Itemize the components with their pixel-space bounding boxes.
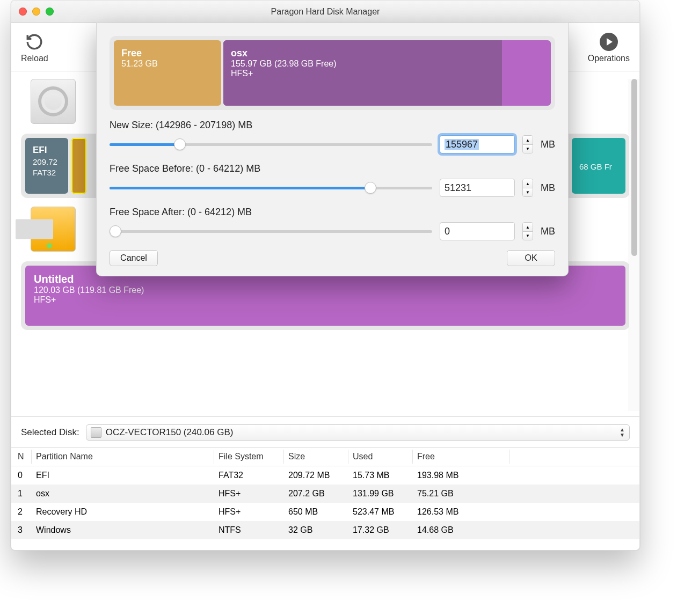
titlebar: Paragon Hard Disk Manager: [11, 1, 639, 23]
updown-icon: ▲▼: [620, 427, 625, 438]
new-size-label: New Size: (142986 - 207198) MB: [110, 120, 555, 131]
partition-right[interactable]: 68 GB Fr: [572, 138, 625, 194]
before-label: Free Space Before: (0 - 64212) MB: [110, 163, 555, 174]
before-input[interactable]: 51231: [440, 179, 515, 197]
untitled-fs: HFS+: [34, 295, 617, 305]
table-row[interactable]: 2 Recovery HD HFS+ 650 MB 523.47 MB 126.…: [11, 503, 639, 521]
new-size-slider[interactable]: [110, 139, 432, 150]
col-name[interactable]: Partition Name: [32, 450, 214, 464]
col-fs[interactable]: File System: [214, 450, 284, 464]
after-stepper[interactable]: ▲▼: [522, 222, 533, 240]
new-size-row: New Size: (142986 - 207198) MB 155967 ▲▼…: [110, 120, 555, 153]
chevron-down-icon[interactable]: ▼: [523, 144, 533, 153]
new-size-input[interactable]: 155967: [440, 135, 515, 153]
resize-sheet: Free 51.23 GB osx 155.97 GB (23.98 GB Fr…: [96, 23, 569, 276]
col-free[interactable]: Free: [413, 450, 509, 464]
after-row: Free Space After: (0 - 64212) MB 0 ▲▼ MB: [110, 207, 555, 240]
ok-button[interactable]: OK: [507, 250, 555, 266]
external-drive-icon: [31, 207, 76, 252]
after-label: Free Space After: (0 - 64212) MB: [110, 207, 555, 218]
before-row: Free Space Before: (0 - 64212) MB 51231 …: [110, 163, 555, 197]
selected-disk-row: Selected Disk: OCZ-VECTOR150 (240.06 GB)…: [11, 421, 639, 447]
table-header: N Partition Name File System Size Used F…: [11, 447, 639, 466]
app-window: Paragon Hard Disk Manager Reload Operati…: [11, 0, 640, 551]
sheet-partition-map[interactable]: Free 51.23 GB osx 155.97 GB (23.98 GB Fr…: [110, 36, 555, 110]
col-size[interactable]: Size: [284, 450, 348, 464]
close-icon[interactable]: [19, 8, 27, 16]
new-size-stepper[interactable]: ▲▼: [522, 135, 533, 153]
before-stepper[interactable]: ▲▼: [522, 179, 533, 197]
cancel-button[interactable]: Cancel: [110, 250, 158, 266]
efi-fs: FAT32: [33, 167, 61, 178]
table-row[interactable]: 0 EFI FAT32 209.72 MB 15.73 MB 193.98 MB: [11, 466, 639, 485]
operations-label: Operations: [588, 54, 630, 63]
play-icon: [598, 31, 620, 53]
chevron-up-icon[interactable]: ▲: [523, 136, 533, 144]
table-row[interactable]: 1 osx HFS+ 207.2 GB 131.99 GB 75.21 GB: [11, 485, 639, 503]
chevron-down-icon[interactable]: ▼: [523, 231, 533, 240]
selected-disk-value: OCZ-VECTOR150 (240.06 GB): [106, 427, 234, 438]
table-row[interactable]: 3 Windows NTFS 32 GB 17.32 GB 14.68 GB: [11, 521, 639, 539]
unit-label: MB: [541, 139, 555, 150]
partition-small-free[interactable]: [71, 138, 86, 194]
sheet-osx-label: osx: [231, 48, 543, 59]
selected-disk-dropdown[interactable]: OCZ-VECTOR150 (240.06 GB) ▲▼: [86, 424, 630, 441]
efi-name: EFI: [33, 144, 61, 157]
sheet-buttons: Cancel OK: [110, 250, 555, 266]
hdd-mini-icon: [91, 427, 101, 438]
after-slider[interactable]: [110, 226, 432, 237]
reload-button[interactable]: Reload: [21, 31, 48, 63]
sheet-osx-block[interactable]: osx 155.97 GB (23.98 GB Free) HFS+: [223, 40, 551, 106]
sheet-free-block[interactable]: Free 51.23 GB: [114, 40, 221, 106]
sheet-free-size: 51.23 GB: [121, 59, 214, 69]
chevron-up-icon[interactable]: ▲: [523, 223, 533, 231]
col-n[interactable]: N: [13, 450, 32, 464]
efi-size: 209.72: [33, 157, 61, 167]
col-used[interactable]: Used: [348, 450, 413, 464]
chevron-down-icon[interactable]: ▼: [523, 188, 533, 196]
scrollbar[interactable]: [629, 79, 639, 411]
hdd-icon: [31, 79, 76, 124]
window-controls: [19, 8, 54, 16]
window-title: Paragon Hard Disk Manager: [11, 7, 639, 17]
partition-efi[interactable]: EFI 209.72 FAT32: [25, 138, 68, 194]
sheet-free-label: Free: [121, 48, 214, 59]
untitled-detail: 120.03 GB (119.81 GB Free): [34, 285, 617, 295]
partition-table: N Partition Name File System Size Used F…: [11, 447, 639, 550]
operations-button[interactable]: Operations: [588, 31, 630, 63]
selected-disk-label: Selected Disk:: [21, 427, 79, 438]
reload-icon: [24, 31, 45, 53]
after-input[interactable]: 0: [440, 222, 515, 240]
before-slider[interactable]: [110, 182, 432, 193]
divider: [11, 416, 639, 417]
disk-info: [84, 79, 86, 124]
partition-right-text: 68 GB Fr: [579, 162, 618, 172]
scroll-thumb[interactable]: [631, 79, 637, 256]
sheet-osx-fs: HFS+: [231, 69, 543, 78]
reload-label: Reload: [21, 54, 48, 63]
zoom-icon[interactable]: [46, 8, 54, 16]
sheet-osx-detail: 155.97 GB (23.98 GB Free): [231, 59, 543, 69]
minimize-icon[interactable]: [32, 8, 40, 16]
chevron-up-icon[interactable]: ▲: [523, 179, 533, 188]
